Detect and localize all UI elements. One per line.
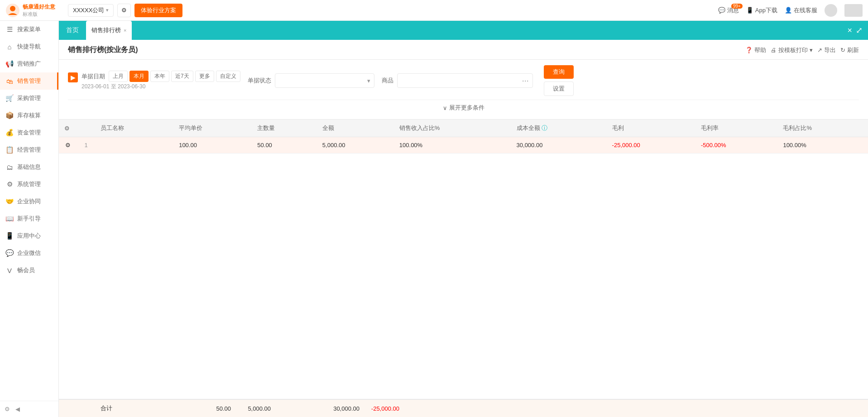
date-btn-近7天[interactable]: 近7天 <box>171 71 193 82</box>
query-area: 查询 设置 <box>544 65 574 96</box>
sidebar-item-guide[interactable]: 📖新手引导 <box>0 210 58 227</box>
col-sales-pct-header: 销售收入占比% <box>394 120 511 137</box>
footer-cost: 30,000.00 <box>314 405 360 412</box>
filter-area: ▶ 单据日期 上月本月本年近7天更多自定义 2023-06-01 至 2023-… <box>59 60 868 120</box>
col-avg-price-header: 平均单价 <box>173 120 252 137</box>
app-download-button[interactable]: 📱 App下载 <box>746 6 777 14</box>
date-range: 2023-06-01 至 2023-06-30 <box>82 83 240 91</box>
company-selector[interactable]: XXXXX公司 ▾ <box>68 4 114 17</box>
window-close-button[interactable]: × <box>847 26 852 35</box>
sidebar-item-member[interactable]: V畅会员 <box>0 262 58 279</box>
tab-close-icon[interactable]: × <box>124 28 126 33</box>
sidebar-settings-icon[interactable]: ⚙ <box>5 406 10 412</box>
goods-input[interactable]: ··· <box>397 73 533 88</box>
sidebar-item-app-center[interactable]: 📱应用中心 <box>0 227 58 244</box>
sidebar-item-finance[interactable]: 💰资金管理 <box>0 124 58 141</box>
sidebar-icon-quick-nav: ⌂ <box>5 43 14 51</box>
col-profit-header: 毛利 <box>607 120 695 137</box>
row-avg-price: 100.00 <box>173 137 252 153</box>
filter-row-1: ▶ 单据日期 上月本月本年近7天更多自定义 2023-06-01 至 2023-… <box>68 65 859 96</box>
footer-amount: 5,000.00 <box>235 405 271 412</box>
export-button[interactable]: ↗ 导出 <box>817 46 836 54</box>
expand-more-button[interactable]: ∨ 展开更多条件 <box>443 102 484 114</box>
avatar[interactable] <box>825 4 837 17</box>
trial-button[interactable]: 体验行业方案 <box>134 4 182 17</box>
row-profit-rate: -500.00% <box>695 137 777 153</box>
tab-home[interactable]: 首页 <box>59 21 86 40</box>
logo-area: 畅康通好生意 标准版 <box>5 3 64 18</box>
table-body: ⚙ 1 100.00 50.00 5,000.00 100.00% 30,000… <box>59 137 868 153</box>
settings-button[interactable]: ⚙ <box>117 4 131 17</box>
status-select[interactable]: ▾ <box>275 73 374 88</box>
sidebar-icon-system: ⚙ <box>5 180 14 188</box>
sidebar-label-finance: 资金管理 <box>17 129 41 137</box>
sidebar-footer: ⚙ ◀ <box>0 401 58 417</box>
window-max-button[interactable]: ⤢ <box>856 25 863 35</box>
sidebar-item-purchase[interactable]: 🛒采购管理 <box>0 90 58 107</box>
row-settings[interactable]: ⚙ <box>59 137 77 153</box>
sidebar-icon-marketing: 📢 <box>5 60 14 68</box>
help-icon: ❓ <box>745 47 753 53</box>
date-btn-上月[interactable]: 上月 <box>109 71 128 82</box>
tab-actions: × ⤢ <box>847 25 868 35</box>
tab-bar: 首页 销售排行榜 × × ⤢ <box>59 21 868 40</box>
expand-arrow[interactable]: ▶ <box>68 71 78 82</box>
date-btn-更多[interactable]: 更多 <box>195 71 214 82</box>
table-wrapper: ⚙ 员工名称 平均单价 主数量 全额 销售收入占比% 成本全额 ⓘ 毛利 毛利率 <box>59 120 868 399</box>
sidebar-item-inventory[interactable]: 📦库存核算 <box>0 107 58 124</box>
row-employee <box>95 137 173 153</box>
sidebar-item-wechat[interactable]: 💬企业微信 <box>0 244 58 262</box>
setting-button[interactable]: 设置 <box>544 81 574 96</box>
table-header-row: ⚙ 员工名称 平均单价 主数量 全额 销售收入占比% 成本全额 ⓘ 毛利 毛利率 <box>59 120 868 137</box>
online-service-button[interactable]: 👤 在线客服 <box>785 6 817 14</box>
status-filter: 单据状态 ▾ <box>248 73 374 88</box>
row-amount: 5,000.00 <box>317 137 394 153</box>
sidebar-icon-operations: 📋 <box>5 146 14 154</box>
col-employee-header: 员工名称 <box>95 120 173 137</box>
data-table: ⚙ 员工名称 平均单价 主数量 全额 销售收入占比% 成本全额 ⓘ 毛利 毛利率 <box>59 120 868 153</box>
sidebar-label-system: 系统管理 <box>17 180 41 188</box>
sidebar-item-enterprise[interactable]: 🤝企业协同 <box>0 193 58 210</box>
col-settings-header[interactable]: ⚙ <box>59 120 77 137</box>
sidebar-item-search-order[interactable]: ☰搜索菜单 <box>0 21 58 38</box>
date-btn-本月[interactable]: 本月 <box>129 71 149 82</box>
cost-info-icon[interactable]: ⓘ <box>542 125 547 131</box>
tab-sales-ranking[interactable]: 销售排行榜 × <box>86 21 132 40</box>
sidebar-icon-member: V <box>5 267 14 274</box>
date-btn-自定义[interactable]: 自定义 <box>216 71 240 82</box>
refresh-button[interactable]: ↻ 刷新 <box>840 46 859 54</box>
sidebar-item-quick-nav[interactable]: ⌂快捷导航 <box>0 38 58 55</box>
sidebar-item-operations[interactable]: 📋经营管理 <box>0 141 58 158</box>
sidebar-label-wechat: 企业微信 <box>17 249 41 257</box>
chevron-down-icon: ▾ <box>106 7 109 13</box>
sidebar-item-system[interactable]: ⚙系统管理 <box>0 176 58 193</box>
print-button[interactable]: 🖨 按模板打印 ▾ <box>771 46 813 54</box>
refresh-icon: ↻ <box>840 47 845 53</box>
sidebar-collapse-icon[interactable]: ◀ <box>15 406 20 412</box>
query-button[interactable]: 查询 <box>544 65 574 79</box>
sidebar-label-marketing: 营销推广 <box>17 60 41 68</box>
filter-expand-row: ∨ 展开更多条件 <box>68 100 859 114</box>
logo-text: 畅康通好生意 标准版 <box>23 3 55 18</box>
col-amount-header: 全额 <box>317 120 394 137</box>
sidebar-icon-purchase: 🛒 <box>5 94 14 102</box>
sidebar-label-purchase: 采购管理 <box>17 94 41 102</box>
date-btn-本年[interactable]: 本年 <box>150 71 169 82</box>
svg-point-1 <box>10 6 15 11</box>
row-rank: 1 <box>77 137 95 153</box>
help-button[interactable]: ❓ 帮助 <box>745 46 766 54</box>
date-buttons: 上月本月本年近7天更多自定义 <box>109 71 240 82</box>
sidebar-label-basics: 基础信息 <box>17 163 41 171</box>
sidebar-item-sales[interactable]: 🛍销售管理 <box>0 72 58 90</box>
sidebar-icon-finance: 💰 <box>5 129 14 137</box>
status-chevron-icon: ▾ <box>367 77 370 84</box>
row-sales-pct: 100.00% <box>394 137 511 153</box>
sidebar-label-enterprise: 企业协同 <box>17 197 41 206</box>
sidebar-label-guide: 新手引导 <box>17 215 41 223</box>
row-quantity: 50.00 <box>252 137 317 153</box>
message-button[interactable]: 💬 消息 99+ <box>718 6 739 14</box>
goods-ellipsis-icon[interactable]: ··· <box>522 77 529 85</box>
sidebar-item-basics[interactable]: 🗂基础信息 <box>0 158 58 176</box>
user-name-display <box>844 4 863 17</box>
sidebar-item-marketing[interactable]: 📢营销推广 <box>0 55 58 72</box>
